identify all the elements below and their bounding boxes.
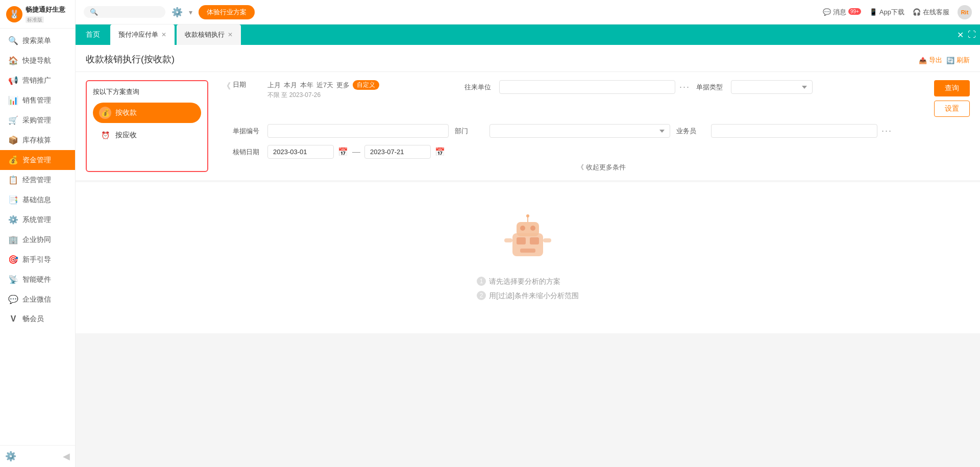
sidebar-item-label-wechat: 企业微信 — [22, 295, 51, 304]
export-btn[interactable]: 📤 导出 — [919, 56, 942, 65]
doc-type-select[interactable] — [731, 80, 813, 94]
messages-badge: 99+ — [848, 8, 861, 15]
sidebar-item-label-basic: 基础信息 — [22, 195, 51, 205]
settings-btn[interactable]: 设置 — [934, 101, 970, 117]
svg-rect-10 — [543, 238, 551, 242]
sidebar-item-label-guide: 新手引导 — [22, 255, 51, 264]
sidebar-item-label-quick-nav: 快捷导航 — [22, 56, 51, 65]
sidebar-item-enterprise[interactable]: 🏢 企业协同 — [0, 230, 75, 250]
unit-dots[interactable]: ··· — [679, 82, 690, 92]
date-shortcut-custom[interactable]: 自定义 — [353, 80, 379, 90]
sidebar-item-wechat[interactable]: 💬 企业微信 — [0, 289, 75, 309]
filter-collapse-arrow[interactable]: 《 — [220, 80, 233, 92]
date-shortcut-more[interactable]: 更多 — [336, 81, 350, 90]
verify-date-end-cal-icon[interactable]: 📅 — [435, 147, 445, 157]
dept-label: 部门 — [455, 127, 485, 136]
date-shortcut-this-year[interactable]: 本年 — [300, 81, 313, 90]
filter-option-receipt[interactable]: 💰 按收款 — [93, 103, 201, 123]
user-avatar[interactable]: Rit — [958, 5, 972, 19]
guide-icon: 🎯 — [8, 255, 18, 264]
basic-icon: 📑 — [8, 195, 18, 205]
operation-icon: 📋 — [8, 175, 18, 185]
expand-conditions-btn[interactable]: 《 收起更多条件 — [577, 163, 626, 172]
tab-fullscreen-icon[interactable]: ⛶ — [968, 30, 976, 39]
staff-dots[interactable]: ··· — [881, 126, 892, 136]
date-shortcut-this-month[interactable]: 本月 — [284, 81, 297, 90]
inventory-icon: 📦 — [8, 135, 18, 145]
svg-rect-9 — [504, 238, 512, 242]
tip-num-1: 1 — [477, 277, 486, 286]
tab-advance-close[interactable]: ✕ — [161, 31, 166, 38]
sidebar-item-search[interactable]: 🔍 搜索菜单 — [0, 31, 75, 51]
logo-badge: 标准版 — [26, 16, 44, 23]
expand-label: 收起更多条件 — [586, 163, 626, 172]
verify-date-end-input[interactable] — [364, 145, 431, 159]
unit-label: 往来单位 — [464, 83, 495, 92]
date-dash: — — [352, 148, 360, 157]
receivable-option-icon: ⏰ — [99, 129, 111, 141]
topbar-right: 💬 消息 99+ 📱 App下载 🎧 在线客服 Rit — [823, 5, 972, 19]
sidebar-item-label-hardware: 智能硬件 — [22, 275, 51, 284]
settings-footer-icon[interactable]: ⚙️ — [5, 451, 16, 462]
sidebar-item-sales[interactable]: 📊 销售管理 — [0, 90, 75, 110]
app-download-btn[interactable]: 📱 App下载 — [869, 8, 904, 17]
message-icon: 💬 — [823, 8, 831, 16]
sidebar-item-guide[interactable]: 🎯 新手引导 — [0, 250, 75, 269]
sidebar-item-purchase[interactable]: 🛒 采购管理 — [0, 110, 75, 130]
tab-receive-close[interactable]: ✕ — [228, 31, 233, 38]
filter-form: 日期 上月 本月 本年 近7天 更多 自定义 不限 至 2023-07-26 — [233, 80, 970, 172]
export-label: 导出 — [929, 56, 942, 65]
filter-option-receivable[interactable]: ⏰ 按应收 — [93, 125, 201, 145]
sidebar-item-marketing[interactable]: 📢 营销推广 — [0, 70, 75, 90]
tab-receive[interactable]: 收款核销执行 ✕ — [177, 24, 241, 45]
sidebar-item-quick-nav[interactable]: 🏠 快捷导航 — [0, 51, 75, 70]
empty-tip-2: 2 用[过滤]条件来缩小分析范围 — [477, 288, 579, 303]
unit-input[interactable] — [499, 80, 675, 94]
query-btn[interactable]: 查询 — [934, 80, 970, 96]
topbar-settings-icon[interactable]: ⚙️ — [172, 7, 183, 18]
doc-no-label: 单据编号 — [233, 127, 263, 136]
date-shortcut-last-month[interactable]: 上月 — [267, 81, 281, 90]
sidebar-item-label-operation: 经营管理 — [22, 176, 51, 185]
topbar-search[interactable]: 🔍 — [84, 6, 165, 18]
sidebar-collapse-btn[interactable]: ◀ — [63, 451, 70, 462]
refresh-btn[interactable]: 🔄 刷新 — [946, 56, 970, 65]
date-shortcut-7days[interactable]: 近7天 — [316, 81, 333, 90]
tab-advance[interactable]: 预付冲应付单 ✕ — [110, 24, 175, 45]
sidebar-item-label-inventory: 库存核算 — [22, 136, 51, 145]
empty-tips: 1 请先选择要分析的方案 2 用[过滤]条件来缩小分析范围 — [477, 274, 579, 303]
messages-btn[interactable]: 💬 消息 99+ — [823, 8, 861, 17]
main-area: 🔍 ⚙️ ▾ 体验行业方案 💬 消息 99+ 📱 App下载 🎧 在线客服 Ri… — [76, 0, 980, 467]
verify-date-start-cal-icon[interactable]: 📅 — [338, 147, 348, 157]
staff-input[interactable] — [711, 124, 877, 138]
topbar-dropdown-icon[interactable]: ▾ — [189, 8, 192, 16]
tabbar: 首页 预付冲应付单 ✕ 收款核销执行 ✕ ✕ ⛶ — [76, 24, 980, 45]
verify-date-start-input[interactable] — [267, 145, 334, 159]
sidebar-item-hardware[interactable]: 📡 智能硬件 — [0, 269, 75, 289]
sidebar-item-basic[interactable]: 📑 基础信息 — [0, 190, 75, 210]
sidebar-item-inventory[interactable]: 📦 库存核算 — [0, 130, 75, 150]
doc-no-input[interactable] — [267, 124, 449, 138]
industry-btn[interactable]: 体验行业方案 — [199, 5, 255, 19]
date-shortcuts: 上月 本月 本年 近7天 更多 自定义 — [267, 80, 379, 90]
svg-rect-3 — [520, 249, 535, 253]
tab-close-all-icon[interactable]: ✕ — [957, 30, 964, 40]
sidebar-item-vip[interactable]: V 畅会员 — [0, 309, 75, 329]
tab-home[interactable]: 首页 — [78, 24, 108, 45]
page-content: 收款核销执行(按收款) 📤 导出 🔄 刷新 按以下方案查询 — [76, 45, 980, 467]
doc-type-label: 单据类型 — [696, 83, 727, 92]
empty-tip-1: 1 请先选择要分析的方案 — [477, 274, 579, 288]
sidebar-item-label-enterprise: 企业协同 — [22, 235, 51, 244]
date-label: 日期 — [233, 80, 263, 89]
sidebar-footer: ⚙️ ◀ — [0, 445, 75, 467]
sidebar-item-finance[interactable]: 💰 资金管理 — [0, 150, 75, 170]
search-icon: 🔍 — [8, 36, 18, 45]
receivable-option-label: 按应收 — [115, 131, 137, 140]
date-range-hint: 不限 至 2023-07-26 — [267, 91, 379, 100]
home-icon: 🏠 — [8, 56, 18, 65]
sidebar-item-system[interactable]: ⚙️ 系统管理 — [0, 210, 75, 230]
sidebar-item-operation[interactable]: 📋 经营管理 — [0, 170, 75, 190]
app-label: App下载 — [879, 8, 904, 17]
service-btn[interactable]: 🎧 在线客服 — [913, 8, 949, 17]
dept-select[interactable] — [489, 124, 671, 138]
